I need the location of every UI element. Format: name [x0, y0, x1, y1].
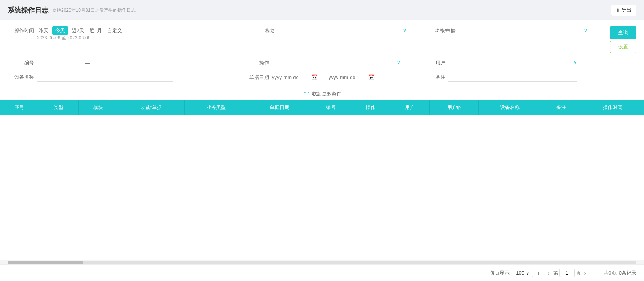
export-button[interactable]: ⬆ 导出 [611, 5, 636, 16]
time-filter-col: 操作时间 昨天 今天 近7天 近1月 自定义 2023-06-06 至 2023… [8, 26, 249, 41]
function-select[interactable]: ∨ [459, 26, 587, 35]
module-filter-col: 模块 ∨ [249, 26, 429, 35]
page-header: 系统操作日志 支持2020年10月31日之后产生的操作日志 ⬆ 导出 [0, 0, 644, 20]
page-subtitle: 支持2020年10月31日之后产生的操作日志 [52, 7, 136, 14]
scrollbar-area [0, 260, 644, 264]
prev-page-btn[interactable]: ‹ [546, 269, 551, 277]
filter-row-2: 编号 — 操作 ∨ 用户 ∨ [8, 58, 636, 67]
col-index: 序号 [0, 100, 39, 115]
user-chevron-icon: ∨ [573, 60, 577, 65]
operation-filter-col: 操作 ∨ [242, 58, 419, 67]
col-device: 设备名称 [478, 100, 542, 115]
code-filter-col: 编号 — [8, 58, 242, 67]
date-range-text: 2023-06-06 至 2023-06-06 [37, 35, 90, 40]
col-voucher-date: 单据日期 [248, 100, 311, 115]
code-range-sep: — [85, 60, 90, 66]
code-label: 编号 [8, 59, 34, 66]
table-area: 序号 类型 模块 功能/单据 业务类型 单据日期 编号 操作 用户 用户ip 设… [0, 100, 644, 260]
user-filter-col: 用户 ∨ [419, 58, 595, 67]
last-page-btn[interactable]: ⊣ [589, 269, 598, 277]
voucher-date-end[interactable]: 📅 [329, 73, 374, 82]
first-page-btn[interactable]: ⊢ [536, 269, 544, 277]
module-chevron-icon: ∨ [403, 28, 406, 33]
col-operation: 操作 [351, 100, 390, 115]
remark-input[interactable] [448, 73, 577, 82]
date-end-input[interactable] [329, 75, 366, 80]
collapse-chevron-icon: ⌃⌃ [303, 91, 310, 96]
last7-btn[interactable]: 近7天 [70, 26, 86, 35]
scrollbar-track [8, 261, 636, 264]
voucher-date-filter-col: 单据日期 📅 — 📅 [242, 73, 419, 82]
module-select[interactable]: ∨ [278, 26, 406, 35]
time-buttons: 昨天 今天 近7天 近1月 自定义 [37, 26, 124, 35]
voucher-date-start[interactable]: 📅 [272, 73, 318, 82]
page-title: 系统操作日志 [8, 6, 48, 15]
pagination-nav: ⊢ ‹ 第 页 › ⊣ [536, 269, 598, 277]
filter-row-3: 设备名称 单据日期 📅 — 📅 备注 [8, 73, 636, 82]
per-page-label: 每页显示 [490, 270, 510, 276]
operation-label: 操作 [242, 59, 269, 66]
device-input[interactable] [37, 73, 173, 82]
empty-area [0, 115, 644, 247]
col-module: 模块 [79, 100, 118, 115]
col-biz-type: 业务类型 [185, 100, 248, 115]
action-buttons: 查询 设置 [610, 26, 636, 53]
page-size-select[interactable]: 100 ∨ [513, 269, 533, 277]
function-label: 功能/单据 [429, 28, 456, 34]
export-icon: ⬆ [616, 7, 620, 13]
date-range-sep: — [321, 75, 326, 80]
user-label: 用户 [419, 59, 445, 66]
col-function: 功能/单据 [118, 100, 184, 115]
col-type: 类型 [39, 100, 78, 115]
filter-section: 操作时间 昨天 今天 近7天 近1月 自定义 2023-06-06 至 2023… [0, 20, 644, 87]
calendar-end-icon[interactable]: 📅 [368, 74, 374, 80]
page-number-input[interactable] [559, 269, 575, 277]
voucher-date-label: 单据日期 [242, 74, 269, 81]
settings-button[interactable]: 设置 [610, 41, 636, 53]
remark-filter-col: 备注 [419, 73, 595, 82]
last1m-btn[interactable]: 近1月 [88, 26, 103, 35]
pagination-area: 每页显示 100 ∨ ⊢ ‹ 第 页 › ⊣ 共0页, 0条记录 [0, 264, 644, 281]
filter-row-1: 操作时间 昨天 今天 近7天 近1月 自定义 2023-06-06 至 2023… [8, 26, 636, 53]
user-select[interactable]: ∨ [448, 58, 577, 67]
col-op-time: 操作时间 [581, 100, 644, 115]
today-btn[interactable]: 今天 [52, 26, 68, 35]
custom-btn[interactable]: 自定义 [106, 26, 124, 35]
next-page-btn[interactable]: › [582, 269, 588, 277]
device-filter-col: 设备名称 [8, 73, 242, 82]
col-user-ip: 用户ip [429, 100, 478, 115]
calendar-start-icon[interactable]: 📅 [311, 74, 318, 80]
time-label: 操作时间 [8, 27, 34, 34]
function-filter-col: 功能/单据 ∨ [429, 26, 610, 35]
table-header: 序号 类型 模块 功能/单据 业务类型 单据日期 编号 操作 用户 用户ip 设… [0, 100, 644, 115]
page-size-chevron-icon: ∨ [526, 270, 530, 276]
collapse-button[interactable]: ⌃⌃ 收起更多条件 [303, 90, 341, 97]
col-user: 用户 [390, 100, 429, 115]
yesterday-btn[interactable]: 昨天 [37, 26, 50, 35]
operation-select[interactable]: ∨ [272, 58, 400, 67]
data-table: 序号 类型 模块 功能/单据 业务类型 单据日期 编号 操作 用户 用户ip 设… [0, 100, 644, 115]
function-chevron-icon: ∨ [584, 28, 587, 33]
query-button[interactable]: 查询 [610, 26, 636, 39]
page-label: 第 [553, 270, 558, 276]
operation-chevron-icon: ∨ [397, 60, 400, 65]
date-start-input[interactable] [272, 75, 310, 80]
code-input-start[interactable] [37, 58, 82, 67]
table-header-row: 序号 类型 模块 功能/单据 业务类型 单据日期 编号 操作 用户 用户ip 设… [0, 100, 644, 115]
col-code: 编号 [311, 100, 351, 115]
col-remark: 备注 [542, 100, 581, 115]
module-label: 模块 [249, 28, 275, 34]
scrollbar-thumb[interactable] [8, 261, 83, 264]
page-unit: 页 [576, 270, 581, 276]
remark-label: 备注 [419, 74, 445, 81]
collapse-row: ⌃⌃ 收起更多条件 [0, 87, 644, 100]
total-info: 共0页, 0条记录 [604, 270, 636, 276]
code-input-end[interactable] [93, 58, 169, 67]
device-label: 设备名称 [8, 74, 34, 81]
